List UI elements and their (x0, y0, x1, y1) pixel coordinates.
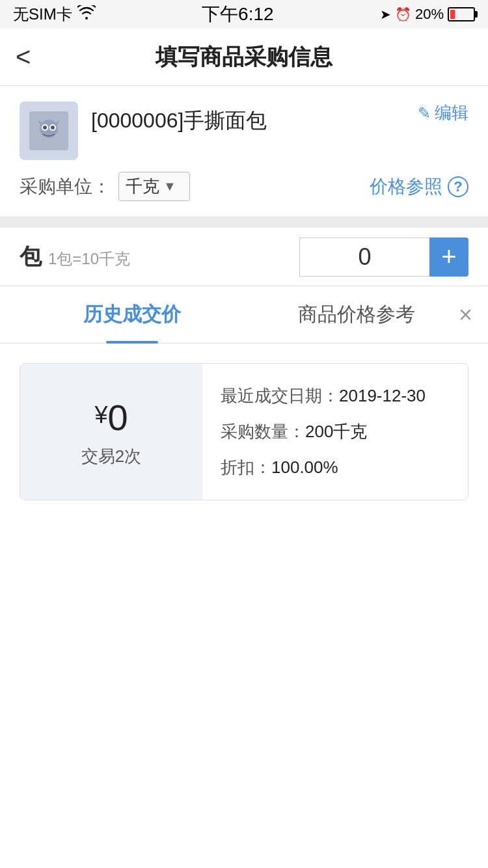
purchase-qty-value: 200千克 (305, 422, 367, 441)
price-card-container: ¥0 交易2次 最近成交日期：2019-12-30 采购数量：200千克 折扣：… (0, 344, 488, 520)
price-card-left: ¥0 交易2次 (20, 364, 202, 500)
tabs-header: 历史成交价 商品价格参考 × (0, 286, 488, 344)
price-card: ¥0 交易2次 最近成交日期：2019-12-30 采购数量：200千克 折扣：… (20, 363, 468, 500)
discount-value: 100.00% (271, 457, 338, 477)
price-value: 0 (107, 397, 128, 438)
battery-percent: 20% (415, 6, 444, 23)
quantity-input[interactable]: 0 (299, 237, 429, 277)
recent-date-row: 最近成交日期：2019-12-30 (221, 383, 450, 409)
product-card: [0000006]手撕面包 ✎ 编辑 采购单位： 千克 ▼ 价格参照 ? (0, 86, 488, 217)
tab-product-price-ref-label: 商品价格参考 (298, 301, 415, 328)
quantity-conversion: 1包=10千克 (48, 249, 130, 269)
status-time: 下午6:12 (202, 2, 274, 27)
currency-symbol: ¥ (94, 396, 107, 429)
product-thumbnail (29, 111, 68, 150)
unit-value: 千克 (126, 175, 159, 198)
bottom-area (0, 520, 488, 868)
svg-point-3 (43, 126, 47, 129)
product-header: [0000006]手撕面包 ✎ 编辑 (20, 102, 468, 160)
product-name: [0000006]手撕面包 (91, 102, 267, 135)
quantity-row: 包 1包=10千克 0 + (0, 228, 488, 286)
nav-bar: < 填写商品采购信息 (0, 29, 488, 86)
back-button[interactable]: < (16, 42, 31, 72)
discount-row: 折扣：100.00% (221, 455, 450, 480)
section-divider (0, 217, 488, 228)
discount-label: 折扣： (221, 457, 271, 477)
tab-active-indicator (106, 341, 158, 344)
wifi-icon (77, 5, 96, 23)
tab-history-price-label: 历史成交价 (83, 301, 181, 328)
dropdown-arrow-icon: ▼ (163, 179, 176, 194)
price-display: ¥0 (94, 396, 128, 439)
unit-select[interactable]: 千克 ▼ (118, 172, 190, 201)
price-ref-label: 价格参照 (370, 174, 442, 199)
tab-product-price-ref[interactable]: 商品价格参考 (244, 286, 468, 344)
alarm-icon: ⏰ (395, 7, 411, 22)
page-title: 填写商品采购信息 (156, 42, 332, 72)
recent-date-value: 2019-12-30 (339, 386, 426, 405)
purchase-qty-label: 采购数量： (221, 422, 305, 441)
svg-point-4 (51, 126, 55, 129)
product-meta: 采购单位： 千克 ▼ 价格参照 ? (20, 172, 468, 201)
status-right: ➤ ⏰ 20% (380, 6, 475, 23)
product-info: [0000006]手撕面包 (20, 102, 267, 160)
quantity-input-area: 0 + (299, 237, 468, 277)
edit-button[interactable]: ✎ 编辑 (418, 102, 468, 124)
price-ref-help-icon: ? (448, 176, 468, 197)
quantity-unit: 包 (20, 242, 42, 272)
price-card-right: 最近成交日期：2019-12-30 采购数量：200千克 折扣：100.00% (202, 364, 468, 500)
carrier-text: 无SIM卡 (13, 4, 72, 25)
recent-date-label: 最近成交日期： (221, 386, 339, 405)
product-image (20, 102, 78, 160)
battery-icon (448, 7, 475, 21)
quantity-plus-button[interactable]: + (429, 237, 468, 277)
price-ref-button[interactable]: 价格参照 ? (370, 174, 468, 199)
edit-icon: ✎ (418, 104, 431, 122)
tab-close-button[interactable]: × (459, 301, 472, 329)
tabs-section: 历史成交价 商品价格参考 × ¥0 交易2次 最近成交日期：2019-12-30… (0, 286, 488, 520)
status-left: 无SIM卡 (13, 4, 96, 25)
quantity-label: 包 1包=10千克 (20, 242, 130, 272)
trade-count: 交易2次 (81, 445, 141, 468)
unit-row: 采购单位： 千克 ▼ (20, 172, 190, 201)
status-bar: 无SIM卡 下午6:12 ➤ ⏰ 20% (0, 0, 488, 29)
location-icon: ➤ (380, 7, 391, 22)
tab-history-price[interactable]: 历史成交价 (20, 286, 244, 344)
unit-label: 采购单位： (20, 174, 111, 199)
purchase-qty-row: 采购数量：200千克 (221, 419, 450, 444)
